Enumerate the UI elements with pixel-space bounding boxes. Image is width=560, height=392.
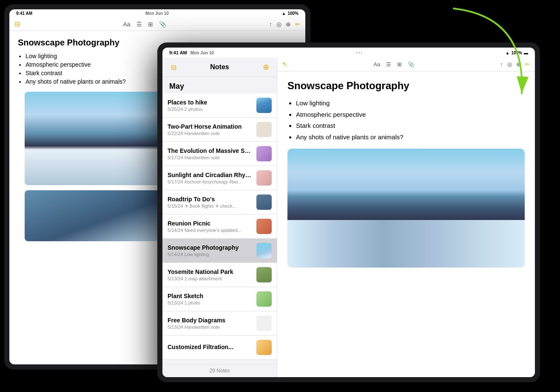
fg-time: 9:41 AM <box>169 50 187 55</box>
bg-compose-icon[interactable]: ✏ <box>295 21 300 28</box>
notes-panel: ⊟ Notes ⊕ May Places to hike 5/25/24 2 p… <box>162 58 277 377</box>
note-thumb-yosemite <box>256 267 272 282</box>
note-thumb-snowscape <box>256 243 272 258</box>
note-info-circadian: Sunlight and Circadian Rhyth... 5/17/24 … <box>168 172 252 184</box>
bg-attach-icon[interactable]: 📎 <box>159 21 166 28</box>
note-item-star[interactable]: The Evolution of Massive Star... 5/17/24… <box>162 142 277 166</box>
note-item-horse[interactable]: Two-Part Horse Animation 5/22/24 Handwri… <box>162 118 277 142</box>
bg-markup-icon[interactable]: ◎ <box>276 21 281 28</box>
note-item-places-hike[interactable]: Places to hike 5/25/24 2 photos <box>162 93 277 118</box>
note-thumb-star <box>256 146 272 161</box>
note-thumb-custom <box>256 340 272 355</box>
note-info-picnic: Reunion Picnic 5/14/24 Need everyone's u… <box>168 220 252 233</box>
note-info-yosemite: Yosemite National Park 5/13/24 1 map att… <box>168 268 252 281</box>
note-info-snowscape: Snowscape Photography 5/14/24 Low lighti… <box>168 244 252 257</box>
note-thumb-plant <box>256 291 272 307</box>
note-info-roadtrip: Roadtrip To Do's 5/15/24 ✈ Book flights … <box>168 196 252 209</box>
note-item-plant[interactable]: Plant Sketch 5/13/24 1 photo <box>162 287 277 311</box>
note-title-circadian: Sunlight and Circadian Rhyth... <box>168 172 252 178</box>
note-item-picnic[interactable]: Reunion Picnic 5/14/24 Need everyone's u… <box>162 214 277 239</box>
note-item-snowscape[interactable]: Snowscape Photography 5/14/24 Low lighti… <box>162 239 277 263</box>
note-info-plant: Plant Sketch 5/13/24 1 photo <box>168 293 252 305</box>
bg-date: Mon Jun 10 <box>145 11 169 16</box>
note-thumb-picnic <box>256 219 272 234</box>
note-thumb-roadtrip <box>256 195 272 210</box>
bg-more-icon[interactable]: ⊕ <box>286 21 291 28</box>
note-title-yosemite: Yosemite National Park <box>168 268 252 275</box>
fg-date: Mon Jun 10 <box>190 51 214 55</box>
note-meta-snowscape: 5/14/24 Low lighting <box>168 252 252 257</box>
note-title-plant: Plant Sketch <box>168 293 252 299</box>
note-title-hike: Places to hike <box>168 99 252 106</box>
sidebar-toggle-btn[interactable]: ⊟ <box>168 61 179 73</box>
note-title-custom: Customized Filtration... <box>168 344 252 350</box>
note-meta-roadtrip: 5/15/24 ✈ Book flights ✈ check... <box>168 203 252 209</box>
bg-table-icon[interactable]: ⊞ <box>148 21 153 28</box>
detail-bullet-4: Any shots of native plants or animals? <box>296 133 525 142</box>
note-meta-star: 5/17/24 Handwritten note <box>168 155 252 160</box>
note-meta-picnic: 5/14/24 Need everyone's updated... <box>168 228 252 233</box>
note-meta-horse: 5/22/24 Handwritten note <box>168 131 252 136</box>
note-info-star: The Evolution of Massive Star... 5/17/24… <box>168 147 252 160</box>
notes-more-btn[interactable]: ⊕ <box>260 61 272 73</box>
bg-battery: 100% <box>287 11 298 16</box>
note-item-body[interactable]: Free Body Diagrams 5/13/24 Handwritten n… <box>162 311 277 336</box>
note-title-star: The Evolution of Massive Star... <box>168 147 252 154</box>
note-meta-body: 5/13/24 Handwritten note <box>168 324 252 330</box>
bg-sidebar-icon[interactable]: ⊟ <box>14 20 20 28</box>
note-thumb-circadian <box>256 170 272 186</box>
bg-status-bar: 9:41 AM Mon Jun 10 ▲ 100% <box>9 9 305 17</box>
notes-panel-header: ⊟ Notes ⊕ <box>162 58 277 77</box>
note-item-circadian[interactable]: Sunlight and Circadian Rhyth... 5/17/24 … <box>162 166 277 190</box>
note-item-yosemite[interactable]: Yosemite National Park 5/13/24 1 map att… <box>162 263 277 287</box>
note-title-roadtrip: Roadtrip To Do's <box>168 196 252 203</box>
note-title-picnic: Reunion Picnic <box>168 220 252 227</box>
note-meta-circadian: 5/17/24 #school #psychology #bio... <box>168 179 252 184</box>
bg-toolbar: ⊟ Aa ☰ ⊞ 📎 ↑ ◎ ⊕ ✏ <box>9 17 305 31</box>
bg-right-status: ▲ 100% <box>282 11 298 16</box>
note-thumb-body <box>256 316 272 331</box>
notes-section-may: May <box>162 77 277 93</box>
bg-format-icon[interactable]: Aa <box>123 21 130 28</box>
back-arrow-icon[interactable]: ↖ <box>282 60 288 68</box>
bg-list-icon[interactable]: ☰ <box>136 21 142 28</box>
note-info-body: Free Body Diagrams 5/13/24 Handwritten n… <box>168 317 252 330</box>
note-detail-image <box>287 149 525 268</box>
bg-time: 9:41 AM <box>16 11 32 16</box>
note-meta-hike: 5/25/24 2 photos <box>168 107 252 112</box>
note-title-snowscape: Snowscape Photography <box>168 244 252 251</box>
note-item-custom[interactable]: Customized Filtration... <box>162 336 277 360</box>
bg-share-icon[interactable]: ↑ <box>269 21 272 28</box>
note-info-custom: Customized Filtration... <box>168 344 252 351</box>
note-thumb-hike <box>256 98 272 113</box>
fg-top-dots[interactable]: ··· <box>356 49 364 56</box>
notes-footer: 29 Notes <box>162 364 277 377</box>
note-thumb-horse <box>256 122 272 137</box>
bg-wifi-icon: ▲ <box>282 11 286 16</box>
note-meta-plant: 5/13/24 1 photo <box>168 300 252 305</box>
note-info-horse: Two-Part Horse Animation 5/22/24 Handwri… <box>168 123 252 136</box>
note-item-roadtrip[interactable]: Roadtrip To Do's 5/15/24 ✈ Book flights … <box>162 190 277 214</box>
detail-format-icon[interactable]: Aa <box>373 61 380 68</box>
notes-list[interactable]: Places to hike 5/25/24 2 photos Two-Part… <box>162 93 277 364</box>
notes-panel-title: Notes <box>179 63 260 71</box>
note-title-horse: Two-Part Horse Animation <box>168 123 252 130</box>
note-meta-yosemite: 5/13/24 1 map attachment <box>168 276 252 281</box>
note-info-hike: Places to hike 5/25/24 2 photos <box>168 99 252 112</box>
arrow-annotation <box>390 0 560 127</box>
note-title-body: Free Body Diagrams <box>168 317 252 324</box>
